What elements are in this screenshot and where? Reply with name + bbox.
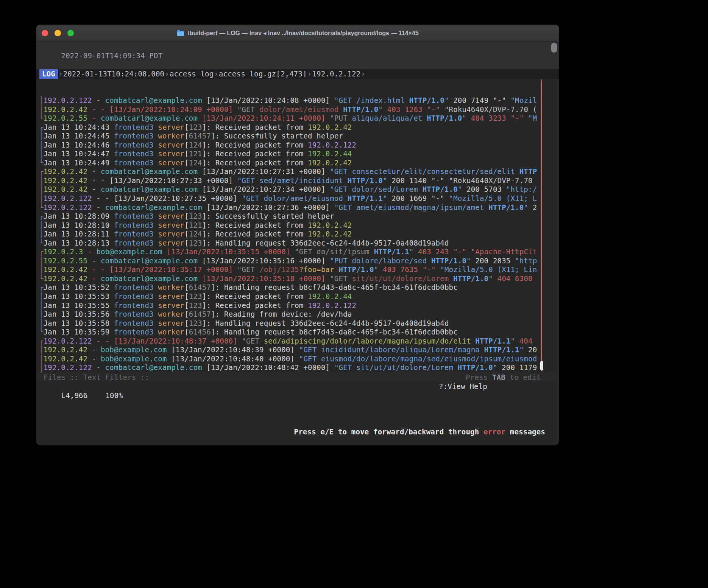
log-line[interactable]: │Jan 13 10:24:45 frontend3 worker[61457]…: [36, 132, 559, 141]
log-line[interactable]: ┌Jan 13 10:35:52 frontend3 worker[61457]…: [36, 283, 559, 292]
terminal-scrollbar-thumb[interactable]: [551, 43, 557, 53]
log-segment: "Mozilla/5.0 (X11; L: [449, 194, 537, 202]
log-line[interactable]: ┌192.0.2.3 - bob@example.com [13/Jan/202…: [36, 247, 559, 257]
breadcrumb-item[interactable]: access_log: [170, 70, 214, 78]
log-segment: "GET amet/eiusmod/magna/ipsum/amet: [334, 203, 484, 212]
log-segment: [13/Jan/2022:10:27:31 +0000]: [198, 167, 330, 176]
log-segment: 123: [189, 212, 202, 220]
log-segment: [13/Jan/2022:10:24:09 +0000]: [109, 105, 237, 114]
log-line[interactable]: │Jan 13 10:35:56 frontend3 worker[61457]…: [36, 310, 559, 319]
log-line[interactable]: ┌Jan 13 10:28:09 frontend3 server[123]: …: [36, 212, 559, 221]
log-line[interactable]: └Jan 13 10:28:13 frontend3 server[123]: …: [36, 239, 559, 248]
log-segment: 192.0.2.42: [308, 221, 352, 229]
log-line[interactable]: │192.0.2.42 - - [13/Jan/2022:10:24:09 +0…: [36, 105, 559, 114]
log-line[interactable]: └192.0.2.55 - combatcarl@example.com [13…: [36, 114, 559, 123]
scrollbar-thumb[interactable]: [540, 361, 543, 370]
filter-panels-label[interactable]: Files :: Text Filters ::: [44, 373, 149, 382]
file-group-marker: │: [39, 310, 44, 319]
log-view[interactable]: │192.0.2.122 - combatcarl@example.com [1…: [36, 79, 559, 373]
log-line[interactable]: │192.0.2.42 - - [13/Jan/2022:10:27:33 +0…: [36, 176, 559, 185]
log-line[interactable]: │192.0.2.42 - combatcarl@example.com [13…: [36, 185, 559, 194]
log-segment: HTTP: [515, 167, 537, 176]
log-line[interactable]: │192.0.2.122 - - [13/Jan/2022:10:27:35 +…: [36, 194, 559, 203]
log-segment: [: [184, 149, 189, 158]
log-segment: 192.0.2.122: [308, 301, 356, 310]
file-group-marker: │: [39, 345, 44, 355]
log-segment: combatcarl@example.com: [101, 185, 198, 193]
log-segment: frontend3: [114, 221, 154, 229]
log-line[interactable]: │Jan 13 10:35:58 frontend3 server[123]: …: [36, 319, 559, 328]
window-title: lbuild-perf — LOG — lnav ◂ lnav ../lnav/…: [176, 30, 419, 37]
log-line[interactable]: │Jan 13 10:35:55 frontend3 server[123]: …: [36, 301, 559, 310]
log-segment: 124: [189, 141, 202, 149]
log-line[interactable]: │192.0.2.122 - combatcarl@example.com [1…: [36, 363, 559, 372]
log-segment: ]: Received packet from: [202, 301, 308, 310]
log-segment: ": [462, 114, 466, 122]
log-segment: 124: [189, 230, 202, 238]
log-line[interactable]: │Jan 13 10:35:53 frontend3 server[123]: …: [36, 292, 559, 301]
log-segment: HTTP/1.0: [405, 96, 444, 104]
log-segment: Jan 13 10:24:49: [44, 159, 114, 167]
close-button[interactable]: [42, 30, 48, 36]
log-line[interactable]: └Jan 13 10:35:59 frontend3 worker[61456]…: [36, 328, 559, 337]
log-segment: - -: [92, 337, 114, 345]
log-segment: Jan 13 10:35:56: [44, 310, 114, 318]
log-segment: [13/Jan/2022:10:48:39 +0000]: [167, 345, 299, 354]
log-segment: ]: Received packet from: [202, 123, 308, 131]
log-segment: "GET: [242, 337, 264, 345]
log-line[interactable]: │192.0.2.55 - combatcarl@example.com [13…: [36, 257, 559, 266]
log-segment: 192.0.2.42: [44, 345, 87, 354]
log-segment: 192.0.2.42: [308, 123, 352, 131]
log-segment: "GET dolor/amet/eiusmod: [242, 194, 343, 202]
log-line[interactable]: └192.0.2.42 - combatcarl@example.com [13…: [36, 274, 559, 283]
message-error-word: error: [483, 428, 505, 436]
log-line[interactable]: └192.0.2.122 - combatcarl@example.com [1…: [36, 203, 559, 212]
window-titlebar[interactable]: lbuild-perf — LOG — lnav ◂ lnav ../lnav/…: [36, 25, 559, 42]
log-segment: ": [510, 337, 515, 345]
breadcrumb-item[interactable]: access_log.gz[2,473]: [219, 70, 307, 78]
log-segment: -: [87, 114, 101, 122]
log-segment: [13/Jan/2022:10:48:37 +0000]: [114, 337, 242, 345]
log-segment: [: [184, 221, 189, 229]
log-segment: HTTP/1.1: [370, 247, 409, 256]
log-segment: Jan 13 10:24:43: [44, 123, 114, 131]
file-group-marker: │: [39, 221, 44, 230]
log-segment: aliqua/aliqua/et: [352, 114, 422, 122]
log-line[interactable]: │Jan 13 10:24:47 frontend3 server[121]: …: [36, 149, 559, 159]
log-line[interactable]: │192.0.2.122 - combatcarl@example.com [1…: [36, 96, 559, 105]
log-line[interactable]: ┌Jan 13 10:24:43 frontend3 server[123]: …: [36, 123, 559, 132]
log-segment: bob@example.com: [101, 345, 167, 354]
file-group-marker: ┌: [39, 123, 44, 132]
log-line[interactable]: │Jan 13 10:28:10 frontend3 server[121]: …: [36, 221, 559, 230]
log-segment: 124: [189, 159, 202, 167]
breadcrumb-separator-icon: ›: [360, 70, 366, 78]
file-group-marker: │: [39, 363, 44, 372]
log-line[interactable]: │192.0.2.42 - - [13/Jan/2022:10:35:17 +0…: [36, 265, 559, 274]
log-line[interactable]: │Jan 13 10:24:46 frontend3 server[124]: …: [36, 141, 559, 150]
breadcrumb-item[interactable]: 192.0.2.122: [312, 70, 360, 78]
log-segment: frontend3: [114, 159, 154, 167]
log-segment: combatcarl@example.com: [101, 274, 198, 283]
position-status-bar: L4,966100% ?:View Help: [36, 382, 559, 418]
message-text-after: messages: [505, 428, 545, 436]
log-line[interactable]: │192.0.2.42 - combatcarl@example.com [13…: [36, 372, 559, 373]
log-line[interactable]: └Jan 13 10:24:49 frontend3 server[124]: …: [36, 159, 559, 168]
help-hint[interactable]: ?:View Help: [439, 382, 487, 391]
file-group-marker: │: [39, 194, 44, 203]
log-segment: 192.0.2.122: [44, 337, 92, 345]
breadcrumb-item[interactable]: 2022-01-13T10:24:08.000: [63, 70, 165, 78]
log-line[interactable]: │192.0.2.42 - bob@example.com [13/Jan/20…: [36, 345, 559, 355]
log-lines: │192.0.2.122 - combatcarl@example.com [1…: [36, 96, 559, 373]
log-segment: ]: Received packet from: [202, 149, 308, 158]
log-line[interactable]: ┌192.0.2.42 - combatcarl@example.com [13…: [36, 167, 559, 176]
log-line[interactable]: │192.0.2.42 - bob@example.com [13/Jan/20…: [36, 355, 559, 364]
log-segment: /images/compass.jpg: [352, 372, 435, 373]
breadcrumb-separator-icon: ›: [164, 70, 170, 78]
file-group-marker: │: [39, 257, 44, 266]
zoom-button[interactable]: [67, 30, 74, 36]
log-segment: HTTP/1.0: [339, 105, 379, 114]
mode-chip[interactable]: LOG: [39, 69, 58, 79]
minimize-button[interactable]: [55, 30, 61, 36]
log-line[interactable]: │Jan 13 10:28:11 frontend3 server[124]: …: [36, 230, 559, 239]
log-line[interactable]: ┌192.0.2.122 - - [13/Jan/2022:10:48:37 +…: [36, 337, 559, 346]
